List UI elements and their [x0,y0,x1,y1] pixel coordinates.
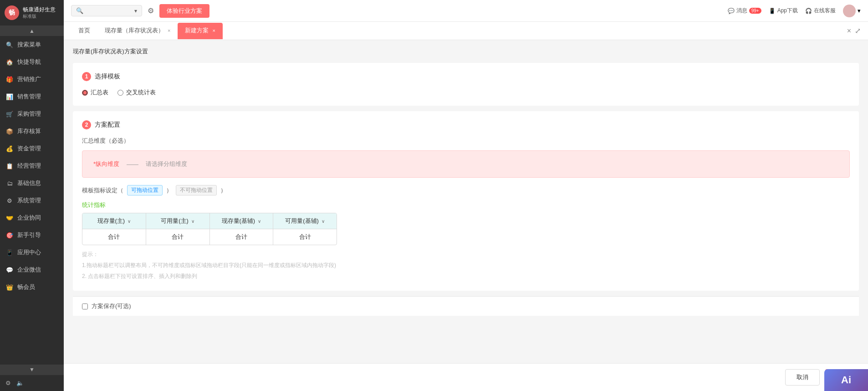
template-radio-group: 汇总表 交叉统计表 [82,88,850,97]
user-avatar[interactable]: ▾ [843,5,861,17]
sidebar-item-inventory[interactable]: 📦 库存核算 [0,123,64,140]
tabs-right-controls: × ⤢ [847,26,861,35]
col-header-0[interactable]: 现存量(主) ∨ [82,213,146,229]
ai-badge[interactable]: Ai [824,369,868,391]
cell-0: 合计 [82,229,146,245]
app-label: App下载 [777,7,798,15]
sidebar-item-label: 企业微信 [17,266,41,274]
sidebar-item-finance[interactable]: 💰 资金管理 [0,140,64,157]
save-scheme-label: 方案保存(可选) [92,302,131,310]
step1-num: 1 [82,72,91,81]
tab-bar: 首页 现存量（库存状况表） × 新建方案 × × ⤢ [64,22,868,40]
tab-maximize-btn[interactable]: ⤢ [855,26,861,35]
stats-table-row: 合计 合计 合计 合计 [82,229,337,245]
tips-title: 提示： [82,251,98,257]
cancel-button[interactable]: 取消 [785,369,820,386]
trial-btn[interactable]: 体验行业方案 [159,4,209,18]
stats-section: 统计指标 现存量(主) ∨ 可用量(主) ∨ 现存量(基辅) [82,201,850,245]
quick-nav-icon: 🏠 [5,58,14,66]
tab-new-plan[interactable]: 新建方案 × [178,23,222,39]
cell-3: 合计 [273,229,337,245]
app-download-btn[interactable]: 📱 App下载 [769,7,798,15]
sidebar-item-enterprise[interactable]: 🤝 企业协同 [0,209,64,226]
sidebar-item-purchase[interactable]: 🛒 采购管理 [0,105,64,123]
dimension-row: *纵向维度 —— 请选择分组维度 [82,150,850,178]
sidebar-item-marketing[interactable]: 🎁 营销推广 [0,71,64,88]
service-btn[interactable]: 🎧 在线客服 [805,7,836,15]
basic-info-icon: 🗂 [5,179,14,187]
search-dropdown-icon[interactable]: ▾ [134,8,137,14]
sidebar-item-system[interactable]: ⚙ 系统管理 [0,192,64,209]
operations-icon: 📋 [5,162,14,170]
tab-inventory-status-close[interactable]: × [168,28,170,33]
step2-section: 2 方案配置 汇总维度（必选） *纵向维度 —— 请选择分组维度 模板指标设定（… [73,111,859,291]
marketing-icon: 🎁 [5,75,14,83]
search-input[interactable] [86,8,132,14]
step2-title: 方案配置 [95,121,120,129]
system-icon: ⚙ [5,196,14,205]
sidebar-item-label: 采购管理 [17,110,41,118]
bottom-bar: 取消 查询 [64,363,868,391]
radio-summary[interactable]: 汇总表 [82,88,108,97]
tab-new-plan-close[interactable]: × [212,28,215,33]
sidebar-item-label: 资金管理 [17,144,41,153]
sidebar-item-app-center[interactable]: 📱 应用中心 [0,244,64,261]
movable-tag: 可拖动位置 [127,185,163,196]
search-icon: 🔍 [76,7,83,14]
summary-dimension-label: 汇总维度（必选） [82,137,850,145]
col-header-3[interactable]: 可用量(基辅) ∨ [273,213,337,229]
sidebar-scroll-up[interactable]: ▲ [0,26,64,36]
tab-home[interactable]: 首页 [71,23,97,39]
col-chevron-2: ∨ [258,219,261,224]
topbar-right: 💬 消息 99+ 📱 App下载 🎧 在线客服 ▾ [728,5,861,17]
col-header-1[interactable]: 可用量(主) ∨ [146,213,210,229]
chevron-down-icon: ▾ [858,7,861,14]
topbar-search[interactable]: 🔍 ▾ [71,5,142,16]
sidebar-item-member[interactable]: 👑 畅会员 [0,278,64,296]
settings-icon[interactable]: ⚙ [5,380,11,386]
sidebar-item-newbie[interactable]: 🎯 新手引导 [0,226,64,244]
template-setting-row: 模板指标设定（ 可拖动位置 ） 不可拖动位置 ） [82,185,850,196]
sidebar-item-basic-info[interactable]: 🗂 基础信息 [0,175,64,192]
cell-label-1: 合计 [172,233,184,241]
topbar: 🔍 ▾ ⚙ 体验行业方案 💬 消息 99+ 📱 App下载 🎧 在线客服 ▾ [64,0,868,22]
step2-num: 2 [82,120,91,129]
sidebar-item-operations[interactable]: 📋 经营管理 [0,157,64,175]
main-area: 🔍 ▾ ⚙ 体验行业方案 💬 消息 99+ 📱 App下载 🎧 在线客服 ▾ [64,0,868,391]
tab-inventory-status[interactable]: 现存量（库存状况表） × [97,23,178,39]
col-label-1: 可用量(主) [161,217,189,225]
sidebar-logo: 畅 畅康通好生意 标准版 [0,0,64,26]
purchase-icon: 🛒 [5,110,14,118]
search-menu-icon: 🔍 [5,41,14,49]
dim-placeholder[interactable]: 请选择分组维度 [146,160,187,168]
sales-icon: 📊 [5,93,14,101]
tab-close-btn[interactable]: × [847,26,851,35]
ai-label: Ai [841,374,851,386]
template-setting-suffix: ） [166,186,172,195]
required-star: *纵向维度 [93,160,119,168]
save-scheme-checkbox[interactable] [82,304,88,309]
sidebar-item-quick-nav[interactable]: 🏠 快捷导航 [0,53,64,71]
sidebar-item-sales[interactable]: 📊 销售管理 [0,88,64,105]
service-label: 在线客服 [814,7,836,15]
enterprise-icon: 🤝 [5,214,14,222]
sound-icon[interactable]: 🔈 [16,380,24,386]
col-chevron-3: ∨ [322,219,325,224]
sidebar: 畅 畅康通好生意 标准版 ▲ 🔍 搜索菜单 🏠 快捷导航 🎁 营销推广 📊 销售… [0,0,64,391]
service-icon: 🎧 [805,8,812,14]
msg-label: 消息 [736,7,747,15]
cell-1: 合计 [146,229,210,245]
logo-text: 畅康通好生意 标准版 [23,6,56,20]
radio-cross[interactable]: 交叉统计表 [117,88,156,97]
topbar-gear-icon[interactable]: ⚙ [148,6,154,15]
sidebar-item-enterprise-wechat[interactable]: 💬 企业微信 [0,261,64,278]
radio-summary-input[interactable] [82,90,88,96]
cell-label-0: 合计 [108,233,120,241]
radio-cross-input[interactable] [117,90,123,96]
sidebar-item-search-menu[interactable]: 🔍 搜索菜单 [0,36,64,53]
col-header-2[interactable]: 现存量(基辅) ∨ [210,213,274,229]
msg-btn[interactable]: 💬 消息 99+ [728,7,761,15]
col-chevron-1: ∨ [191,219,194,224]
sidebar-scroll-down[interactable]: ▼ [0,365,64,375]
sidebar-item-label: 企业协同 [17,214,41,222]
